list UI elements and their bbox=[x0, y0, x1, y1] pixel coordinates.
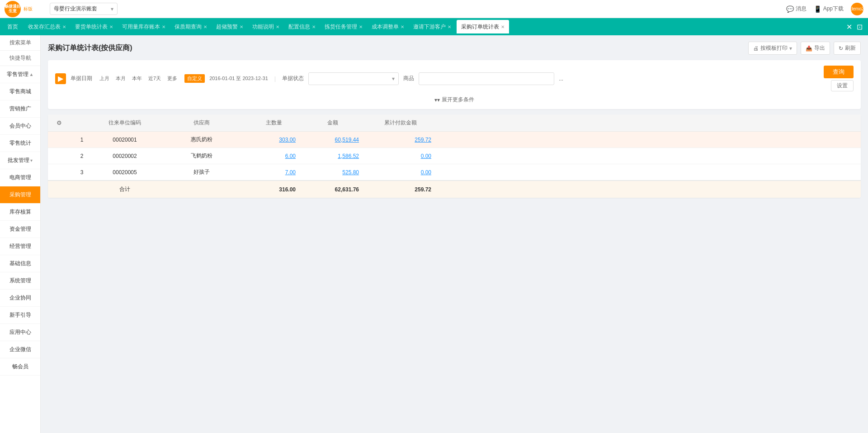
row-qty[interactable]: 7.00 bbox=[247, 164, 301, 181]
sidebar-item-ops[interactable]: 经营管理 bbox=[0, 238, 40, 255]
query-btn[interactable]: 查询 bbox=[824, 66, 854, 78]
row-paid[interactable]: 259.72 bbox=[364, 132, 437, 148]
tab-yaoqing[interactable]: 邀请下游客户 ✕ bbox=[409, 20, 456, 33]
sidebar-item-enterprise[interactable]: 企业协同 bbox=[0, 290, 40, 307]
goods-input[interactable] bbox=[423, 76, 550, 82]
tab-close-icon[interactable]: ✕ bbox=[401, 24, 404, 29]
tab-close-icon[interactable]: ✕ bbox=[359, 24, 363, 29]
page-actions: 🖨 按模板打印 ▾ 📤 导出 ↻ 刷新 bbox=[748, 42, 861, 55]
tab-close-icon[interactable]: ✕ bbox=[448, 24, 451, 29]
row-check[interactable] bbox=[48, 164, 71, 181]
footer-paid: 259.72 bbox=[364, 181, 437, 198]
workspace-dropdown-icon: ▾ bbox=[111, 6, 113, 12]
workspace-selector[interactable]: 母婴行业演示账套 ▾ bbox=[50, 3, 118, 15]
date-btn-last-month[interactable]: 上月 bbox=[97, 74, 112, 83]
chevron-down-icon: ▾ bbox=[30, 158, 33, 163]
tab-close-icon[interactable]: ✕ bbox=[276, 24, 279, 29]
sidebar-item-shop[interactable]: 零售商城 bbox=[0, 83, 40, 100]
goods-input-wrap bbox=[419, 72, 554, 85]
row-extra bbox=[437, 164, 861, 181]
export-icon: 📤 bbox=[806, 45, 812, 52]
sidebar-item-wholesale[interactable]: 批发管理 ▾ bbox=[0, 152, 40, 169]
tab-shoufasun[interactable]: 收发存汇总表 ✕ bbox=[24, 20, 71, 33]
close-tab-icon[interactable]: ✕ bbox=[846, 23, 852, 31]
row-no: 3 bbox=[71, 164, 93, 181]
row-amount[interactable]: 525.80 bbox=[301, 164, 364, 181]
tab-close-icon[interactable]: ✕ bbox=[240, 24, 243, 29]
sidebar-item-members[interactable]: 会员中心 bbox=[0, 118, 40, 135]
tab-close-icon[interactable]: ✕ bbox=[203, 24, 207, 29]
tab-yaohuo[interactable]: 要货单统计表 ✕ bbox=[71, 20, 118, 33]
row-qty[interactable]: 6.00 bbox=[247, 148, 301, 164]
date-btn-this-month[interactable]: 本月 bbox=[113, 74, 128, 83]
workspace-name: 母婴行业演示账套 bbox=[54, 5, 97, 13]
sidebar-nav-btn[interactable]: 快捷导航 bbox=[0, 51, 40, 66]
sidebar-item-ecommerce[interactable]: 电商管理 bbox=[0, 169, 40, 186]
tab-gongneng[interactable]: 功能说明 ✕ bbox=[248, 20, 284, 33]
message-btn[interactable]: 💬 消息 bbox=[786, 5, 807, 13]
tab-close-icon[interactable]: ✕ bbox=[109, 24, 113, 29]
row-amount[interactable]: 60,519.44 bbox=[301, 132, 364, 148]
col-qty-header: 主数量 bbox=[247, 114, 301, 132]
app-download-btn[interactable]: 📱 App下载 bbox=[814, 5, 844, 13]
main-content: 采购订单统计表(按供应商) 🖨 按模板打印 ▾ 📤 导出 ↻ 刷新 bbox=[41, 35, 868, 433]
tab-home[interactable]: 首页 bbox=[2, 20, 24, 33]
tab-peizhi[interactable]: 配置信息 ✕ bbox=[284, 20, 320, 33]
sidebar-item-newuser[interactable]: 新手引导 bbox=[0, 307, 40, 324]
sidebar-item-apps[interactable]: 应用中心 bbox=[0, 324, 40, 341]
row-paid[interactable]: 0.00 bbox=[364, 164, 437, 181]
sidebar-item-retail[interactable]: 零售管理 ▲ bbox=[0, 66, 40, 83]
sidebar-item-finance[interactable]: 资金管理 bbox=[0, 221, 40, 238]
tab-kuyong[interactable]: 可用量库存账本 ✕ bbox=[118, 20, 170, 33]
expand-more-row[interactable]: ▾▾ 展开更多条件 bbox=[55, 96, 854, 104]
message-icon: 💬 bbox=[786, 5, 794, 13]
sidebar-item-purchase[interactable]: 采购管理 bbox=[0, 186, 40, 204]
sidebar-item-vip[interactable]: 畅会员 bbox=[0, 358, 40, 376]
footer-label: 合计 bbox=[93, 181, 156, 198]
logo-area: 畅捷通好生意 标版 bbox=[5, 1, 45, 17]
date-quick-btns: 上月 本月 本年 近7天 更多 bbox=[97, 74, 180, 83]
row-qty[interactable]: 303.00 bbox=[247, 132, 301, 148]
more-conditions-btn[interactable]: ... bbox=[559, 76, 563, 82]
tab-baozhi[interactable]: 保质期查询 ✕ bbox=[170, 20, 212, 33]
row-check[interactable] bbox=[48, 132, 71, 148]
tabs-right-actions: ✕ ⊡ bbox=[846, 23, 866, 31]
row-check[interactable] bbox=[48, 148, 71, 164]
date-btn-7days[interactable]: 近7天 bbox=[146, 74, 164, 83]
sidebar-item-basic[interactable]: 基础信息 bbox=[0, 255, 40, 272]
row-amount[interactable]: 1,586.52 bbox=[301, 148, 364, 164]
date-btn-more[interactable]: 更多 bbox=[165, 74, 180, 83]
btn-export[interactable]: 📤 导出 bbox=[801, 42, 830, 55]
footer-no bbox=[71, 181, 93, 198]
date-custom-tag[interactable]: 自定义 bbox=[184, 74, 205, 83]
settings-btn[interactable]: 设置 bbox=[831, 80, 854, 91]
tab-close-icon[interactable]: ✕ bbox=[62, 24, 66, 29]
col-settings[interactable]: ⚙ bbox=[48, 114, 71, 132]
sidebar-item-wechat[interactable]: 企业微信 bbox=[0, 341, 40, 358]
tab-chaoguo[interactable]: 超储预警 ✕ bbox=[212, 20, 248, 33]
tab-jianhuo[interactable]: 拣货任务管理 ✕ bbox=[320, 20, 367, 33]
sidebar-search-btn[interactable]: 搜索菜单 bbox=[0, 35, 40, 51]
tab-close-active-icon[interactable]: ✕ bbox=[501, 24, 505, 29]
sidebar-item-inventory[interactable]: 库存核算 bbox=[0, 204, 40, 221]
col-no bbox=[71, 114, 93, 132]
filter-card: ▶ 单据日期 上月 本月 本年 近7天 更多 自定义 2016-01-01 至 … bbox=[48, 60, 861, 109]
date-btn-this-year[interactable]: 本年 bbox=[129, 74, 145, 83]
expand-tabs-icon[interactable]: ⊡ bbox=[857, 23, 863, 31]
tab-chengben[interactable]: 成本调整单 ✕ bbox=[367, 20, 409, 33]
filter-toggle-btn[interactable]: ▶ bbox=[55, 73, 66, 84]
btn-template-print[interactable]: 🖨 按模板打印 ▾ bbox=[748, 42, 797, 55]
table-footer-row: 合计 316.00 62,631.76 259.72 bbox=[48, 181, 861, 198]
btn-refresh[interactable]: ↻ 刷新 bbox=[834, 42, 861, 55]
status-select[interactable]: ▾ bbox=[308, 72, 399, 85]
sidebar-item-marketing[interactable]: 营销推广 bbox=[0, 100, 40, 118]
tab-close-icon[interactable]: ✕ bbox=[162, 24, 165, 29]
tab-caigou-active[interactable]: 采购订单统计表 ✕ bbox=[457, 20, 509, 33]
dropdown-arrow-icon: ▾ bbox=[789, 45, 792, 52]
table-card: ⚙ 往来单位编码 供应商 主数量 金额 累计付款金额 1 00020001 bbox=[48, 114, 861, 198]
sidebar-item-retail-stats[interactable]: 零售统计 bbox=[0, 135, 40, 152]
sidebar-item-system[interactable]: 系统管理 bbox=[0, 272, 40, 290]
tab-close-icon[interactable]: ✕ bbox=[312, 24, 316, 29]
user-area[interactable]: demo2 bbox=[851, 3, 863, 15]
row-paid[interactable]: 0.00 bbox=[364, 148, 437, 164]
